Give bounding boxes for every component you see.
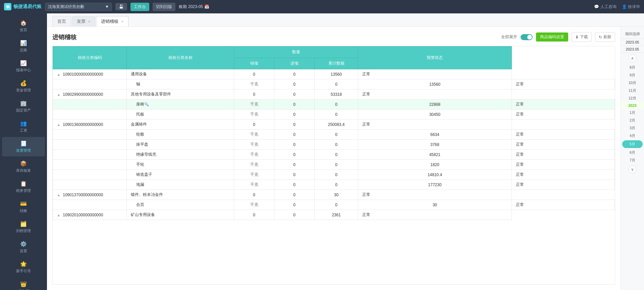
table-row-status: 正常 bbox=[512, 180, 614, 190]
collapse-icon[interactable]: ▲ bbox=[57, 123, 60, 127]
company-selector[interactable]: 沈海英测试经营勿删 ▼ bbox=[45, 3, 112, 11]
switch-version-button[interactable]: 切到旧版 bbox=[153, 3, 175, 11]
period-year-1[interactable]: 2023.05 bbox=[621, 39, 644, 46]
save-draft-button[interactable]: 💾 bbox=[115, 3, 127, 10]
table-row-code bbox=[53, 99, 127, 110]
tab-invoice-close[interactable]: × bbox=[88, 19, 90, 23]
sidebar-item-settings[interactable]: ⚙️ 设置 bbox=[2, 237, 45, 257]
period-month-5[interactable]: 5月 bbox=[622, 140, 643, 148]
table-row-sales: 0 bbox=[274, 110, 315, 120]
table-row-total: 14810.4 bbox=[358, 170, 512, 180]
sidebar-label-capital: 资金管理 bbox=[16, 88, 31, 93]
table-row-unit: 千克 bbox=[234, 180, 274, 190]
table-row-purchase: 0 bbox=[315, 180, 358, 190]
user-name: 徐泽华 bbox=[628, 4, 640, 9]
sidebar-item-capital[interactable]: 💰 资金管理 bbox=[2, 77, 45, 96]
table-row-name: 绝缘导线壳 bbox=[127, 150, 234, 160]
refresh-button[interactable]: ↻ 刷新 bbox=[595, 32, 615, 42]
reconcile-table: 税收分类编码 税收分类名称 数量 预警状态 销项 进项 累计数额 bbox=[53, 46, 615, 220]
period-nav-up[interactable]: ∧ bbox=[629, 54, 637, 62]
sidebar-label-assets: 固定资产 bbox=[16, 108, 31, 113]
right-panel: 期间选择 2023.05 2023.05 ∧ 8月 9月 10月 11月 12月… bbox=[621, 27, 644, 290]
refresh-icon: ↻ bbox=[599, 35, 602, 40]
sidebar-item-ledger[interactable]: 📊 总账 bbox=[2, 37, 45, 56]
table-row-status: 正常 bbox=[512, 79, 614, 89]
sidebar-label-inventory: 库存核算 bbox=[16, 168, 31, 173]
table-row: ▲ 109013600000000000 金属铸件 0 0 250083.4 正… bbox=[53, 120, 615, 130]
period-nav-down[interactable]: ∨ bbox=[629, 165, 637, 173]
period-year-label: 2023 bbox=[621, 102, 644, 109]
period-month-8[interactable]: 8月 bbox=[621, 64, 644, 71]
table-row-name: 手轮 bbox=[127, 160, 234, 170]
collapse-icon[interactable]: ▲ bbox=[57, 193, 60, 197]
period-year-2[interactable]: 2023.05 bbox=[621, 46, 644, 53]
main-layout: 🏠 首页 📊 总账 📈 报表中心 💰 资金管理 🏢 固定资产 👥 工资 bbox=[0, 13, 644, 290]
sidebar-label-member: 畅会员 bbox=[18, 289, 29, 290]
tab-home[interactable]: 首页 bbox=[52, 16, 71, 26]
collapse-icon[interactable]: ▲ bbox=[57, 213, 60, 217]
sidebar-item-member[interactable]: 👑 畅会员 bbox=[2, 278, 45, 290]
sidebar-item-guide[interactable]: 🌟 新手引导 bbox=[2, 258, 45, 277]
settings-icon: ⚙️ bbox=[20, 241, 27, 247]
workbench-button[interactable]: 工作台 bbox=[130, 3, 149, 11]
period-month-1[interactable]: 1月 bbox=[621, 109, 644, 117]
table-row-status: 正常 bbox=[512, 130, 614, 140]
table-row-sales: 0 bbox=[234, 190, 274, 200]
settings-button[interactable]: 商品编码设置 bbox=[536, 32, 568, 42]
table-row-name: 座椅🔍 bbox=[127, 99, 234, 110]
sidebar-item-tax[interactable]: 📋 税务管理 bbox=[2, 177, 45, 197]
tab-reconcile-close[interactable]: × bbox=[121, 19, 123, 23]
period-month-11[interactable]: 11月 bbox=[621, 87, 644, 94]
sidebar-item-settlement[interactable]: 💳 结账 bbox=[2, 197, 45, 217]
table-row-total: 177230 bbox=[358, 180, 512, 190]
collapse-icon[interactable]: ▲ bbox=[57, 73, 60, 76]
download-button[interactable]: ⬇ 下载 bbox=[572, 32, 592, 42]
expand-toggle[interactable] bbox=[521, 34, 533, 40]
table-row-total: 6634 bbox=[358, 130, 512, 140]
table-row-code bbox=[53, 170, 127, 180]
sidebar-label-settings: 设置 bbox=[20, 248, 27, 253]
sidebar-item-archive[interactable]: 🗂️ 归档管理 bbox=[2, 217, 45, 237]
calendar-icon[interactable]: 📅 bbox=[204, 4, 209, 9]
table-row-total: 3768 bbox=[358, 140, 512, 150]
table-row-code bbox=[53, 110, 127, 120]
table-row-purchase: 0 bbox=[315, 130, 358, 140]
table-row-unit: 千克 bbox=[234, 160, 274, 170]
table-row-status: 正常 bbox=[358, 190, 512, 200]
sidebar-item-invoice[interactable]: 🧾 发票管理 bbox=[2, 137, 45, 156]
table-row-total: 1820 bbox=[358, 160, 512, 170]
period-month-10[interactable]: 10月 bbox=[621, 79, 644, 87]
period-month-3[interactable]: 3月 bbox=[621, 124, 644, 132]
support-link[interactable]: 💬 人工咨询 bbox=[594, 4, 616, 10]
page-title: 进销稽核 bbox=[52, 33, 76, 41]
table-row-code bbox=[53, 79, 127, 89]
table-row: 手轮 千克 0 0 1820 正常 bbox=[53, 160, 615, 170]
period-month-4[interactable]: 4月 bbox=[621, 132, 644, 140]
sidebar-label-tax: 税务管理 bbox=[16, 188, 31, 193]
tab-reconcile[interactable]: 进销稽核 × bbox=[96, 16, 128, 26]
table-row-name: 合页 bbox=[127, 200, 234, 210]
sidebar-item-inventory[interactable]: 📦 库存核算 bbox=[2, 157, 45, 176]
tab-reconcile-label: 进销稽核 bbox=[101, 18, 118, 24]
sidebar-item-assets[interactable]: 🏢 固定资产 bbox=[2, 97, 45, 116]
reports-icon: 📈 bbox=[20, 60, 27, 66]
period-month-12[interactable]: 12月 bbox=[621, 94, 644, 102]
sidebar-label-settlement: 结账 bbox=[20, 208, 27, 213]
support-icon: 💬 bbox=[594, 4, 599, 9]
page-actions: 全部展开 商品编码设置 ⬇ 下载 ↻ 刷新 bbox=[501, 32, 615, 42]
period-month-7[interactable]: 7月 bbox=[621, 156, 644, 164]
collapse-icon[interactable]: ▲ bbox=[57, 93, 60, 96]
sidebar-item-reports[interactable]: 📈 报表中心 bbox=[2, 57, 45, 76]
table-row-total: 2361 bbox=[315, 210, 358, 220]
table-row-purchase: 0 bbox=[315, 79, 358, 89]
period-month-2[interactable]: 2月 bbox=[621, 117, 644, 124]
sidebar-item-salary[interactable]: 👥 工资 bbox=[2, 117, 45, 136]
period-month-6[interactable]: 6月 bbox=[621, 149, 644, 156]
sidebar-item-home[interactable]: 🏠 首页 bbox=[2, 16, 45, 36]
search-icon[interactable]: 🔍 bbox=[144, 102, 149, 106]
table-row: ▲ 109029900000000000 其他专用设备及零部件 0 0 5331… bbox=[53, 89, 615, 99]
table-row: 座椅🔍 千克 0 0 22868 正常 bbox=[53, 99, 615, 110]
period-month-9[interactable]: 9月 bbox=[621, 71, 644, 79]
tab-invoice[interactable]: 发票 × bbox=[72, 16, 95, 26]
logo: 畅 畅捷通易代账 bbox=[4, 3, 42, 10]
